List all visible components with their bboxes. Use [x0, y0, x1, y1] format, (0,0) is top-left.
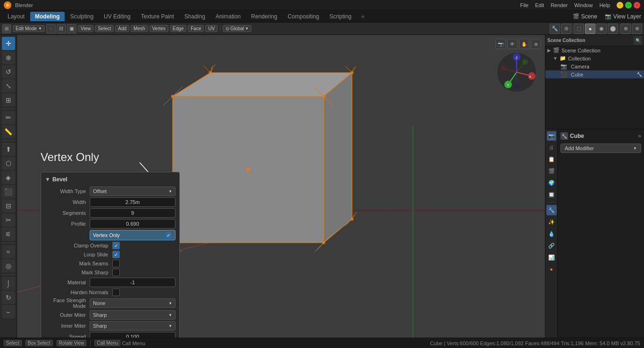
material-input[interactable] [90, 278, 176, 287]
maximize-button[interactable]: □ [625, 2, 632, 8]
proportional-icon[interactable]: ⊚ [561, 24, 571, 34]
spin-tool[interactable]: ↻ [2, 291, 15, 304]
prop-modifier-icon[interactable]: 🔧 [546, 205, 557, 215]
rendered-shading[interactable]: ⬤ [608, 24, 618, 34]
clamp-overlap-checkbox[interactable]: ✓ [112, 242, 120, 249]
outliner-collection[interactable]: ▼ 📁 Collection [545, 54, 644, 62]
wireframe-shading[interactable]: ⬚ [574, 24, 584, 34]
tab-texture-paint[interactable]: Texture Paint [136, 12, 179, 21]
prop-view-layer-icon[interactable]: 📋 [546, 154, 557, 164]
vertex-only-input[interactable]: Vertex Only ✓ [90, 230, 176, 240]
prop-render-icon[interactable]: 📷 [547, 131, 556, 141]
mode-selector[interactable]: Edit Mode▼ [13, 25, 45, 32]
tab-modeling[interactable]: Modeling [30, 12, 65, 21]
add-workspace-button[interactable]: + [357, 13, 368, 20]
edge-menu[interactable]: Edge [170, 25, 186, 32]
outliner-scene-collection[interactable]: ▶ 🎬 Scene Collection [545, 46, 644, 54]
menu-file[interactable]: File [517, 2, 531, 8]
vertex-only-checkbox[interactable]: ✓ [165, 231, 172, 239]
bevel-collapse-icon[interactable]: ▼ [45, 176, 50, 183]
prop-particles-icon[interactable]: ✨ [546, 217, 557, 227]
shear-tool[interactable]: ⌡ [2, 277, 15, 290]
loop-slide-checkbox[interactable]: ✓ [112, 251, 120, 258]
mark-seams-checkbox[interactable] [112, 260, 120, 267]
move-tool[interactable]: ⊕ [2, 51, 15, 64]
vertex-select-icon[interactable]: ⬝ [46, 24, 56, 34]
camera-view-button[interactable]: 📷 [495, 39, 506, 49]
tab-sculpting[interactable]: Sculpting [66, 12, 98, 21]
prop-output-icon[interactable]: 🖨 [546, 142, 557, 153]
menu-edit[interactable]: Edit [532, 2, 547, 8]
gizmo-toggle[interactable]: ⊗ [632, 24, 642, 34]
view-menu[interactable]: View [78, 25, 94, 32]
measure-tool[interactable]: 📏 [2, 125, 15, 138]
tab-rendering[interactable]: Rendering [246, 12, 282, 21]
edge-select-icon[interactable]: ⊟ [57, 24, 66, 34]
spread-input[interactable] [90, 332, 176, 338]
outer-miter-dropdown[interactable]: Sharp ▼ [90, 310, 176, 320]
select-menu[interactable]: Select [95, 25, 114, 32]
prop-material-icon[interactable]: ● [546, 264, 557, 274]
proportional-edit[interactable]: ⊙ Global ▼ [223, 25, 251, 32]
uv-menu[interactable]: UV [205, 25, 217, 32]
snap-icon[interactable]: 🔧 [550, 24, 560, 34]
face-select-icon[interactable]: ▣ [67, 24, 76, 34]
smooth-tool[interactable]: ≈ [2, 245, 15, 258]
prop-object-icon[interactable]: 🔲 [546, 189, 557, 200]
prop-physics-icon[interactable]: 💧 [546, 229, 557, 239]
outliner-filter-btn[interactable]: 🔍 [634, 36, 642, 45]
inset-tool[interactable]: ⬡ [2, 157, 15, 170]
annotate-tool[interactable]: ✏ [2, 111, 15, 124]
extrude-tool[interactable]: ⬆ [2, 143, 15, 156]
width-input[interactable] [90, 197, 176, 207]
minimize-button[interactable]: − [617, 2, 623, 8]
overlay-toggle[interactable]: ⊕ [620, 24, 631, 34]
mesh-menu[interactable]: Mesh [131, 25, 148, 32]
cursor-tool[interactable]: ✛ [2, 37, 15, 50]
segments-input[interactable] [90, 208, 176, 218]
transform-tool[interactable]: ⊞ [2, 93, 15, 107]
add-menu[interactable]: Add [115, 25, 129, 32]
profile-input[interactable] [90, 219, 176, 229]
material-shading[interactable]: ◉ [596, 24, 607, 34]
close-button[interactable]: × [634, 2, 640, 8]
orientation-gizmo[interactable]: X Y Z [495, 51, 538, 93]
tab-shading[interactable]: Shading [180, 12, 210, 21]
tab-animation[interactable]: Animation [211, 12, 245, 21]
inner-miter-dropdown[interactable]: Sharp ▼ [90, 321, 176, 331]
prop-world-icon[interactable]: 🌍 [546, 178, 557, 188]
menu-render[interactable]: Render [548, 2, 570, 8]
bisect-tool[interactable]: ⚟ [2, 228, 15, 241]
prop-data-icon[interactable]: 📊 [546, 252, 557, 263]
outliner-cube[interactable]: ⬛ Cube 🔧 [545, 70, 644, 78]
scale-tool[interactable]: ⤡ [2, 79, 15, 93]
harden-normals-checkbox[interactable] [112, 289, 120, 296]
face-strength-dropdown[interactable]: None ▼ [90, 298, 176, 308]
prop-constraints-icon[interactable]: 🔗 [546, 240, 557, 251]
tab-scripting[interactable]: Scripting [325, 12, 356, 21]
vertex-menu[interactable]: Vertex [150, 25, 168, 32]
viewport-type-icon[interactable]: ⊞ [2, 24, 11, 34]
prop-scene-icon[interactable]: 🎬 [546, 166, 557, 176]
add-modifier-button[interactable]: Add Modifier ▼ [560, 144, 641, 153]
solid-shading[interactable]: ● [585, 24, 595, 34]
bevel-tool[interactable]: ◈ [2, 171, 15, 184]
render-preview-button[interactable]: 👁 [507, 39, 518, 49]
zoom-button[interactable]: ⊕ [531, 39, 541, 49]
loop-cut-tool[interactable]: ⬛ [2, 185, 15, 198]
tab-layout[interactable]: Layout [3, 12, 29, 21]
width-type-dropdown[interactable]: Offset ▼ [90, 187, 176, 196]
rotate-tool[interactable]: ↺ [2, 65, 15, 78]
mark-sharp-checkbox[interactable] [112, 269, 120, 276]
menu-window[interactable]: Window [571, 2, 595, 8]
outliner-camera[interactable]: 📷 Camera [545, 62, 644, 70]
3d-viewport[interactable]: User Perspective (1) Cube [17, 35, 545, 338]
knife-tool[interactable]: ✂ [2, 213, 15, 227]
menu-help[interactable]: Help [596, 2, 613, 8]
offset-tool[interactable]: ⊟ [2, 199, 15, 212]
shrink-fatten-tool[interactable]: ◎ [2, 259, 15, 272]
pan-button[interactable]: ✋ [519, 39, 529, 49]
warp-tool[interactable]: ⌣ [2, 305, 15, 318]
face-menu[interactable]: Face [188, 25, 204, 32]
scene-selector[interactable]: 🎬 Scene 📷 View Layer [573, 13, 641, 20]
